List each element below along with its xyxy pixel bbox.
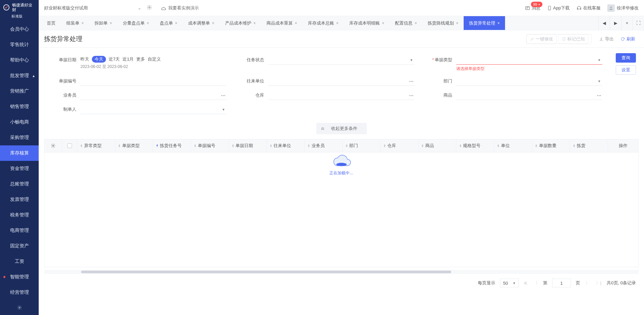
close-icon[interactable]: ×: [497, 21, 500, 26]
sidebar-item[interactable]: 税务管理: [0, 207, 39, 223]
collapse-toggle[interactable]: 收起更多条件: [39, 121, 644, 136]
column-header[interactable]: ▲▼部门: [343, 139, 381, 152]
messages-button[interactable]: 消息 99 +: [525, 5, 540, 11]
checkbox[interactable]: [67, 143, 72, 148]
prev-page-button[interactable]: 〈: [533, 280, 538, 286]
close-icon[interactable]: ×: [253, 21, 256, 26]
date-option[interactable]: 昨天: [80, 56, 89, 62]
select-all[interactable]: [62, 139, 77, 152]
tab[interactable]: 盘点单×: [154, 16, 183, 30]
tab[interactable]: 拣货异常处理×: [464, 16, 505, 30]
sidebar-item[interactable]: 工资: [0, 254, 39, 269]
tab[interactable]: 拣货路线规划×: [422, 16, 464, 30]
sidebar-item[interactable]: 小畅电商: [0, 114, 39, 130]
column-header[interactable]: ▲▼异常类型: [77, 139, 115, 152]
horizontal-scrollbar[interactable]: [44, 270, 639, 274]
date-option[interactable]: 近1月: [122, 56, 134, 62]
column-header[interactable]: ▲▼单据编号: [191, 139, 229, 152]
creator-select[interactable]: ▼: [80, 105, 226, 114]
page-size-select[interactable]: 50▼: [500, 279, 519, 287]
tab-fullscreen[interactable]: ⛶: [633, 16, 644, 30]
sidebar-item[interactable]: 零售统计: [0, 37, 39, 53]
column-header[interactable]: ▲▼单据数量: [532, 139, 570, 152]
column-header[interactable]: ▲▼业务员: [305, 139, 343, 152]
salesman-input[interactable]: ⋯: [80, 91, 226, 100]
user-menu[interactable]: 徐泽华修改: [607, 4, 639, 12]
column-header[interactable]: ▲▼单据日期: [229, 139, 267, 152]
tab[interactable]: 组装单×: [61, 16, 89, 30]
grid-settings[interactable]: [44, 139, 62, 152]
column-header[interactable]: ▲▼商品: [419, 139, 457, 152]
tab[interactable]: 拆卸单×: [89, 16, 117, 30]
sidebar-item[interactable]: 资金管理: [0, 161, 39, 176]
sidebar-item[interactable]: 帮助中心: [0, 53, 39, 68]
close-icon[interactable]: ×: [456, 21, 458, 26]
close-icon[interactable]: ×: [147, 21, 149, 26]
batch-edit-button[interactable]: 一键修改: [527, 34, 557, 44]
mark-known-button[interactable]: 标记已知: [558, 34, 588, 44]
demo-link[interactable]: 我要看实例演示: [160, 5, 199, 11]
column-header[interactable]: ▲▼规格型号: [456, 139, 494, 152]
column-header[interactable]: ▲▼拣货任务号: [153, 139, 191, 152]
warehouse-input[interactable]: ⋯: [268, 91, 414, 100]
tab[interactable]: 库存成本明细账×: [344, 16, 390, 30]
sidebar-item[interactable]: 总账管理: [0, 176, 39, 192]
partner-input[interactable]: ⋯: [268, 77, 414, 86]
last-page-button[interactable]: 〉|: [595, 280, 602, 286]
close-icon[interactable]: ×: [382, 21, 384, 26]
column-header[interactable]: ▲▼仓库: [381, 139, 419, 152]
date-option[interactable]: 更多: [136, 56, 145, 62]
online-service[interactable]: 在线客服: [576, 5, 601, 11]
tab[interactable]: 产品成本维护×: [220, 16, 261, 30]
sidebar-item[interactable]: 会员中心: [0, 22, 39, 37]
tab[interactable]: 成本调整单×: [183, 16, 220, 30]
column-header[interactable]: ▲▼单据类型: [115, 139, 153, 152]
sidebar-item[interactable]: 电商管理: [0, 223, 39, 238]
sidebar-item[interactable]: 采购管理: [0, 130, 39, 145]
column-header[interactable]: ▲▼往来单位: [267, 139, 305, 152]
close-icon[interactable]: ×: [81, 21, 84, 26]
tab[interactable]: 库存成本总账×: [302, 16, 344, 30]
product-selector[interactable]: 好业财标准版交付试用 ⌄: [44, 5, 141, 11]
close-icon[interactable]: ×: [336, 21, 338, 26]
query-button[interactable]: 查询: [616, 53, 636, 63]
first-page-button[interactable]: K: [524, 281, 528, 286]
close-icon[interactable]: ×: [415, 21, 417, 26]
date-option[interactable]: 自定义: [148, 56, 161, 62]
tab[interactable]: 配置信息×: [390, 16, 422, 30]
page-input[interactable]: 1: [552, 279, 571, 287]
date-option[interactable]: 今天: [92, 56, 106, 63]
task-status-select[interactable]: ▼: [268, 56, 414, 65]
sidebar-item[interactable]: 营销推广: [0, 83, 39, 99]
sidebar-item[interactable]: 批发管理▲: [0, 68, 39, 83]
tab[interactable]: 分量盘点单×: [117, 16, 154, 30]
sidebar-item[interactable]: 固定资产: [0, 238, 39, 254]
next-page-button[interactable]: 〉: [585, 280, 591, 286]
tab-prev[interactable]: ◀: [598, 16, 610, 30]
tab-next[interactable]: ▶: [610, 16, 621, 30]
topbar-settings[interactable]: [147, 5, 152, 11]
tab[interactable]: 商品成本重算×: [261, 16, 302, 30]
column-header[interactable]: ▲▼单位: [494, 139, 532, 152]
settings-button[interactable]: 设置: [616, 65, 636, 75]
tab-close-all[interactable]: ×: [621, 16, 633, 30]
sidebar-item[interactable]: 库存核算: [0, 145, 39, 161]
close-icon[interactable]: ×: [110, 21, 112, 26]
sidebar-settings[interactable]: [0, 303, 39, 315]
column-header[interactable]: ▲▼拣货: [570, 139, 608, 152]
close-icon[interactable]: ×: [175, 21, 177, 26]
sidebar-item[interactable]: 经营管理: [0, 285, 39, 300]
export-button[interactable]: 导出: [596, 35, 617, 43]
sidebar-item[interactable]: 智能管理: [0, 269, 39, 285]
refresh-button[interactable]: 刷新: [617, 35, 639, 43]
tab[interactable]: 首页: [41, 16, 61, 30]
close-icon[interactable]: ×: [212, 21, 214, 26]
close-icon[interactable]: ×: [295, 21, 297, 26]
sidebar-item[interactable]: 发票管理: [0, 192, 39, 207]
product-input[interactable]: ⋯: [456, 91, 602, 100]
date-option[interactable]: 近7天: [109, 56, 120, 62]
doc-type-select[interactable]: ▼: [456, 56, 602, 65]
sidebar-item[interactable]: 销售管理: [0, 99, 39, 114]
doc-no-input[interactable]: [80, 77, 226, 86]
dept-select[interactable]: ▼: [456, 77, 602, 86]
